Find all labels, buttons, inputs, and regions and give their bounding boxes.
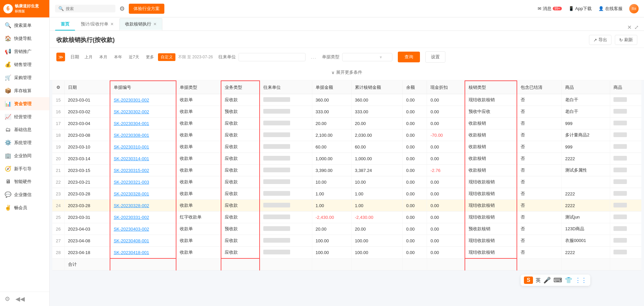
watermark-grid-icon[interactable]: ⋮⋮ [575,277,587,284]
tab-expand-icon[interactable]: ⤢ [634,24,639,30]
export-button[interactable]: ↗ 导出 [589,35,611,45]
cell-index: 20 [52,153,64,165]
cell-cash-discount: -2.76 [427,165,465,176]
sidebar-item-corp[interactable]: 🏢 企业协同 [0,149,49,162]
query-button[interactable]: 查询 [398,52,420,62]
cell-balance: 0.00 [402,141,427,153]
cell-goods1 [562,176,610,188]
filter-btn-7days[interactable]: 近7天 [126,53,142,61]
cell-index: 27 [52,235,64,247]
filter-doctype-label: 单据类型 [322,54,339,60]
doc-no-link[interactable]: SK-20230321-003 [114,180,149,185]
watermark-mic-icon[interactable]: 🎤 [543,277,551,284]
th-settings[interactable]: ⚙ [52,81,64,94]
tab-payable[interactable]: 预计/应收付单 ✕ [75,18,119,30]
cell-cumulative: 20.00 [352,118,403,129]
sidebar-item-basic[interactable]: 🗂 基础信息 [0,123,49,136]
filter-expand-button[interactable]: ∨ 展开更多条件 [331,69,362,75]
cell-balance: 0.00 [402,94,427,106]
cell-doc-type: 收款单 [176,94,221,106]
cell-amount: 100.00 [312,235,351,247]
filter-unit-input[interactable] [238,53,306,61]
cell-cumulative: 1.00 [352,188,403,200]
filter-btn-this-month[interactable]: 本月 [97,53,110,61]
doc-no-link[interactable]: SK-20230328-002 [114,203,149,208]
tab-payable-close-icon[interactable]: ✕ [110,22,114,26]
filter-btn-last-month[interactable]: 上月 [82,53,95,61]
sidebar-item-inventory[interactable]: 📦 库存核算 [0,84,49,97]
table-wrapper[interactable]: ⚙ 日期 单据编号 单据类型 业务类型 往来单位 单据金额 累计核销金额 余额 … [50,80,644,306]
doc-no-link[interactable]: SK-20230331-002 [114,215,149,220]
tab-collection[interactable]: 收款核销执行 ✕ [119,18,162,30]
doc-no-link[interactable]: SK-20230408-001 [114,238,149,243]
cell-doc-no: SK-20230310-001 [110,141,176,153]
sidebar-item-hardware[interactable]: 🖥 智能硬件 [0,175,49,188]
solution-button[interactable]: 体验行业方案 [129,4,164,14]
cell-date: 2023-03-04 [64,118,110,129]
filter-settings-button[interactable]: 设置 [425,51,445,63]
cell-amount: 1.00 [312,200,351,211]
user-avatar[interactable]: Rit [629,4,639,13]
doc-no-link[interactable]: SK-20230403-002 [114,227,149,232]
footer-doc-no [110,258,176,270]
inventory-icon: 📦 [5,87,11,94]
filter-toggle-button[interactable]: ≫ [56,53,65,61]
sidebar-item-purchase[interactable]: 🛒 采购管理 [0,71,49,84]
header-search-bar[interactable]: 🔍 [55,5,115,12]
cell-index: 23 [52,188,64,200]
online-service-button[interactable]: 👤 在线客服 [598,6,623,12]
cell-balance: 0.00 [402,129,427,141]
cell-goods2 [610,200,641,211]
watermark-keyboard-icon[interactable]: ⌨ [553,277,562,284]
cell-cancel-type: 现结收款核销 [465,200,517,211]
doc-no-link[interactable]: SK-20230315-002 [114,168,149,173]
header-gear-icon[interactable]: ⚙ [119,5,125,12]
sidebar-item-quicknav[interactable]: 🏠 快捷导航 [0,32,49,45]
doc-no-link[interactable]: SK-20230301-002 [114,98,149,103]
tab-home[interactable]: 首页 [55,18,75,30]
sidebar-item-operations[interactable]: 📈 经营管理 [0,110,49,123]
cell-cumulative: -2,430.00 [352,211,403,223]
sidebar-item-finance[interactable]: 📊 资金管理 [0,97,49,110]
doc-no-link[interactable]: SK-20230304-001 [114,121,149,126]
doc-no-link[interactable]: SK-20230310-001 [114,144,149,149]
filter-btn-custom[interactable]: 自定义 [158,53,175,61]
tab-close-all-icon[interactable]: ✕ [627,24,632,30]
sidebar-item-member[interactable]: ✌ 畅会员 [0,201,49,214]
filter-btn-this-year[interactable]: 本年 [111,53,125,61]
cell-date: 2023-03-01 [64,94,110,106]
sidebar-item-guide[interactable]: 🧭 新手引导 [0,162,49,175]
cell-date: 2023-03-28 [64,200,110,211]
settings-gear-icon[interactable]: ⚙ [5,295,10,303]
th-balance: 余额 [402,81,427,94]
doc-no-link[interactable]: SK-20230418-001 [114,250,149,255]
collapse-icon[interactable]: ◀◀ [15,295,25,303]
watermark-logo: S [524,277,533,284]
watermark-shirt-icon[interactable]: 👕 [565,277,572,284]
cell-cancel-type: 收款核销 [465,118,517,129]
cell-goods2 [610,94,641,106]
sidebar-item-search[interactable]: 🔍 搜索菜单 [0,19,49,32]
app-download-button[interactable]: 📱 App下载 [569,6,592,12]
doc-no-link[interactable]: SK-20230302-002 [114,109,149,114]
doc-no-link[interactable]: SK-20230308-001 [114,133,149,138]
th-goods1: 商品 [562,81,610,94]
sidebar-item-marketing[interactable]: 📢 营销推广 [0,45,49,58]
tab-collection-close-icon[interactable]: ✕ [153,22,157,26]
refresh-button[interactable]: ↻ 刷新 [615,35,637,45]
message-button[interactable]: ✉ 消息 99+ [538,6,562,12]
cell-unit [260,141,312,153]
filter-doctype-select[interactable]: ▾ [342,53,392,61]
doc-no-link[interactable]: SK-20230328-001 [114,191,149,196]
cell-cash-discount: 0.00 [427,211,465,223]
filter-btn-more[interactable]: 更多 [143,53,157,61]
sidebar-item-system[interactable]: ⚙️ 系统管理 [0,136,49,149]
doc-no-link[interactable]: SK-20230314-001 [114,156,149,161]
header-search-input[interactable] [66,6,106,11]
cell-doc-type: 收款单 [176,106,221,118]
cell-amount: 20.00 [312,223,351,235]
sidebar-item-sales[interactable]: 💰 销售管理 [0,58,49,71]
sidebar-item-wechat[interactable]: 💬 企业微信 [0,188,49,201]
th-date: 日期 [64,81,110,94]
cell-doc-type: 收款单 [176,235,221,247]
